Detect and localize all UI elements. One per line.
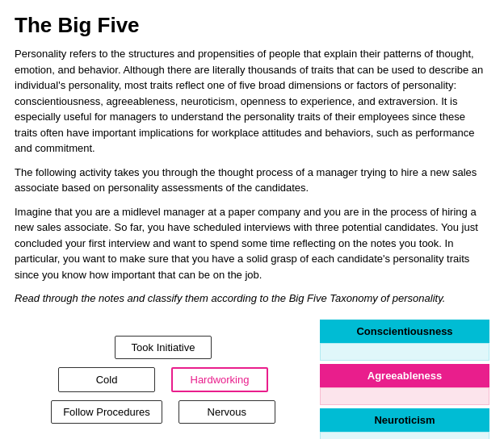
trait-cold[interactable]: Cold: [58, 367, 155, 392]
paragraph-3: Imagine that you are a midlevel manager …: [15, 204, 489, 283]
trait-took-initiative[interactable]: Took Initiative: [115, 336, 212, 359]
trait-row-2: Follow Procedures Nervous: [51, 400, 275, 424]
category-agreeableness-label: Agreeableness: [320, 364, 489, 387]
category-agreeableness-drop[interactable]: [320, 387, 489, 405]
trait-row-1: Cold Hardworking: [58, 367, 268, 392]
category-conscientiousness[interactable]: Conscientiousness: [320, 320, 489, 361]
italic-instruction: Read through the notes and classify them…: [15, 291, 489, 307]
paragraph-1: Personality refers to the structures and…: [15, 46, 489, 157]
categories-panel: Conscientiousness Agreeableness Neurotic…: [320, 320, 489, 440]
category-neuroticism[interactable]: Neuroticism: [320, 408, 489, 440]
category-agreeableness[interactable]: Agreeableness: [320, 364, 489, 405]
traits-panel: Took Initiative Cold Hardworking Follow …: [15, 320, 312, 424]
trait-follow-procedures[interactable]: Follow Procedures: [51, 400, 162, 424]
page-title: The Big Five: [15, 13, 489, 38]
category-neuroticism-drop[interactable]: [320, 432, 489, 440]
paragraph-2: The following activity takes you through…: [15, 165, 489, 196]
trait-top-row: Took Initiative: [115, 336, 212, 359]
category-conscientiousness-drop[interactable]: [320, 343, 489, 361]
category-conscientiousness-label: Conscientiousness: [320, 320, 489, 343]
category-neuroticism-label: Neuroticism: [320, 408, 489, 432]
main-content-area: Took Initiative Cold Hardworking Follow …: [15, 320, 489, 440]
trait-hardworking[interactable]: Hardworking: [171, 367, 268, 392]
trait-nervous[interactable]: Nervous: [178, 400, 275, 424]
